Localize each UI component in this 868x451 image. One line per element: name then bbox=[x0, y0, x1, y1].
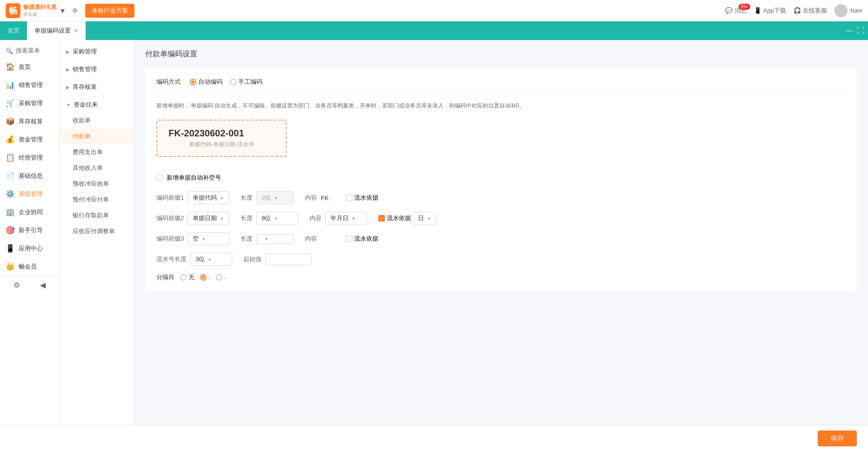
prefix2-select[interactable]: 单据日期 ▾ bbox=[188, 212, 229, 225]
prefix1-select[interactable]: 单据代码 ▾ bbox=[188, 191, 229, 204]
sidebar-item-operation[interactable]: 📋 经营管理 bbox=[0, 148, 59, 167]
separator-dot2-radio[interactable] bbox=[216, 274, 222, 281]
content2-select[interactable]: 年月日 ▾ bbox=[325, 212, 367, 225]
app-download-button[interactable]: 📱 App下载 bbox=[754, 7, 786, 15]
content1-value: FK bbox=[321, 195, 335, 202]
sidebar-search[interactable]: 🔍 搜索菜单 bbox=[0, 44, 59, 58]
collapse-icon[interactable]: ◀ bbox=[40, 281, 46, 289]
info-text: 新增单据时，'单据编码'自动生成，不可编辑。前缀设置为部门、业务员等档案类，开单… bbox=[156, 101, 846, 110]
separator-dot2-option[interactable]: · bbox=[216, 274, 226, 281]
sidebar-item-sales[interactable]: 📊 销售管理 bbox=[0, 76, 59, 94]
sub-menu-item-payment[interactable]: 付款单 bbox=[60, 128, 134, 144]
sales-icon: 📊 bbox=[6, 81, 15, 89]
sidebar-item-base[interactable]: 📄 基础信息 bbox=[0, 167, 59, 185]
sub-menu-group-inventory: ▶ 库存核算 bbox=[60, 79, 134, 95]
sidebar-item-home[interactable]: 🏠 首页 bbox=[0, 58, 59, 76]
chevron-down-icon: ▾ bbox=[209, 257, 211, 262]
online-service-button[interactable]: 🎧 在线客服 bbox=[794, 7, 827, 15]
sidebar-item-guide[interactable]: 🎯 新手引导 bbox=[0, 221, 59, 239]
length1-label: 长度 bbox=[241, 194, 253, 202]
length2-field: 长度 8位 ▾ bbox=[241, 212, 298, 225]
code-example: FK-20230602-001 bbox=[168, 128, 275, 139]
arrow-icon: ▶ bbox=[66, 85, 70, 90]
manual-code-radio[interactable] bbox=[230, 79, 236, 85]
sub-menu-item-bank[interactable]: 银行存取款单 bbox=[60, 208, 134, 223]
content1-label: 内容 bbox=[305, 194, 317, 202]
tab-bar: 首页 单据编码设置 ✕ — ⛶ bbox=[0, 21, 868, 40]
sub-menu-header-capital[interactable]: ▼ 资金往来 bbox=[60, 97, 134, 113]
separator-dot-option[interactable]: · bbox=[200, 274, 210, 281]
message-badge: 99+ bbox=[739, 4, 750, 10]
settings-bottom-icon[interactable]: ⚙ bbox=[13, 281, 20, 289]
serial3-checkbox[interactable] bbox=[346, 236, 352, 242]
prefix2-label: 编码前缀2 bbox=[156, 214, 184, 222]
sidebar-item-member[interactable]: 👑 畅会员 bbox=[0, 257, 59, 276]
separator-none-option[interactable]: 无 bbox=[180, 273, 195, 282]
system-icon: ⚙️ bbox=[6, 189, 15, 198]
separator-none-radio[interactable] bbox=[180, 274, 187, 281]
auto-code-radio[interactable] bbox=[190, 79, 196, 85]
sidebar-item-enterprise[interactable]: 🏢 企业协同 bbox=[0, 203, 59, 221]
serial-number-row: 流水号长度 3位 ▾ 起始值 1 bbox=[156, 253, 846, 266]
sidebar-item-app[interactable]: 📱 应用中心 bbox=[0, 239, 59, 257]
sub-menu-item-expense[interactable]: 费用支出单 bbox=[60, 144, 134, 160]
prefix1-field: 编码前缀1 单据代码 ▾ bbox=[156, 191, 229, 204]
length3-field: 长度 ▾ bbox=[241, 234, 294, 244]
content1-field: 内容 FK bbox=[305, 194, 335, 202]
separator-dot-radio[interactable] bbox=[200, 274, 207, 281]
save-button[interactable]: 保存 bbox=[818, 431, 857, 446]
manual-code-option[interactable]: 手工编码 bbox=[230, 78, 262, 86]
sidebar-item-purchase[interactable]: 🛒 采购管理 bbox=[0, 94, 59, 112]
length3-select[interactable]: ▾ bbox=[256, 234, 294, 244]
prefix3-select[interactable]: 空 ▾ bbox=[188, 232, 229, 245]
length2-select[interactable]: 8位 ▾ bbox=[256, 212, 298, 225]
coding-method-row: 编码方式 自动编码 手工编码 bbox=[156, 78, 846, 94]
tab-document-code-settings[interactable]: 单据编码设置 ✕ bbox=[27, 21, 86, 40]
start-value-input[interactable]: 1 bbox=[265, 254, 312, 265]
prefix2-field: 编码前缀2 单据日期 ▾ bbox=[156, 212, 229, 225]
experience-button[interactable]: 体验行业方案 bbox=[85, 4, 135, 18]
serial2-field: ✓ 流水依据 日 ▾ bbox=[378, 212, 436, 225]
tab-close-icon[interactable]: ✕ bbox=[74, 27, 78, 34]
sidebar-item-inventory[interactable]: 📦 库存核算 bbox=[0, 112, 59, 130]
search-icon: 🔍 bbox=[6, 47, 13, 54]
serial2-unit-select[interactable]: 日 ▾ bbox=[413, 212, 436, 225]
sub-menu-item-adjustment[interactable]: 应收应付调整单 bbox=[60, 223, 134, 239]
sidebar-item-system[interactable]: ⚙️ 系统管理 bbox=[0, 185, 59, 203]
tab-maximize-icon[interactable]: ⛶ bbox=[857, 27, 864, 35]
serial1-checkbox[interactable] bbox=[346, 195, 352, 201]
sidebar-item-finance[interactable]: 💰 资金管理 bbox=[0, 130, 59, 148]
form-row-1: 编码前缀1 单据代码 ▾ 长度 2位 ▾ 内容 bbox=[156, 191, 846, 204]
user-info[interactable]: Nare bbox=[834, 4, 862, 17]
tab-minimize-icon[interactable]: — bbox=[846, 27, 853, 35]
auto-code-option[interactable]: 自动编码 bbox=[190, 78, 222, 86]
chevron-down-icon: ▾ bbox=[275, 216, 277, 221]
sub-menu-header-inventory[interactable]: ▶ 库存核算 bbox=[60, 79, 134, 95]
purchase-icon: 🛒 bbox=[6, 99, 15, 108]
code-preview-box: FK-20230602-001 单据代码-单据日期-流水号 bbox=[156, 120, 287, 157]
page-title: 付款单编码设置 bbox=[145, 49, 857, 59]
sub-menu-item-prepay-receivable[interactable]: 预收冲应收单 bbox=[60, 176, 134, 192]
settings-icon[interactable]: ⚙ bbox=[68, 4, 81, 17]
message-button[interactable]: 💬 消息 99+ bbox=[725, 7, 747, 15]
sub-menu-item-receipt[interactable]: 收款单 bbox=[60, 113, 134, 128]
sub-menu-header-sales[interactable]: ▶ 销售管理 bbox=[60, 61, 134, 77]
auto-fill-checkbox[interactable] bbox=[156, 175, 163, 181]
length2-label: 长度 bbox=[241, 214, 253, 222]
chevron-down-icon: ▾ bbox=[352, 216, 355, 221]
tab-home[interactable]: 首页 bbox=[0, 21, 27, 40]
length1-input: 2位 ▾ bbox=[256, 191, 294, 204]
chevron-down-icon: ▾ bbox=[265, 236, 268, 242]
sub-menu-header-purchase[interactable]: ▶ 采购管理 bbox=[60, 44, 134, 60]
nav-dropdown[interactable]: ▾ bbox=[61, 6, 65, 16]
sub-menu-item-other-income[interactable]: 其他收入单 bbox=[60, 160, 134, 176]
chevron-down-icon: ▾ bbox=[275, 195, 277, 201]
serial2-checkbox[interactable]: ✓ bbox=[378, 215, 385, 222]
bottom-bar: 保存 bbox=[0, 425, 868, 451]
enterprise-icon: 🏢 bbox=[6, 208, 15, 216]
sub-menu-item-prepay-payable[interactable]: 预付冲应付单 bbox=[60, 192, 134, 208]
user-avatar bbox=[834, 4, 848, 17]
serial3-label: 流水依据 bbox=[354, 235, 378, 243]
guide-icon: 🎯 bbox=[6, 226, 15, 235]
serial-length-select[interactable]: 3位 ▾ bbox=[190, 253, 232, 266]
